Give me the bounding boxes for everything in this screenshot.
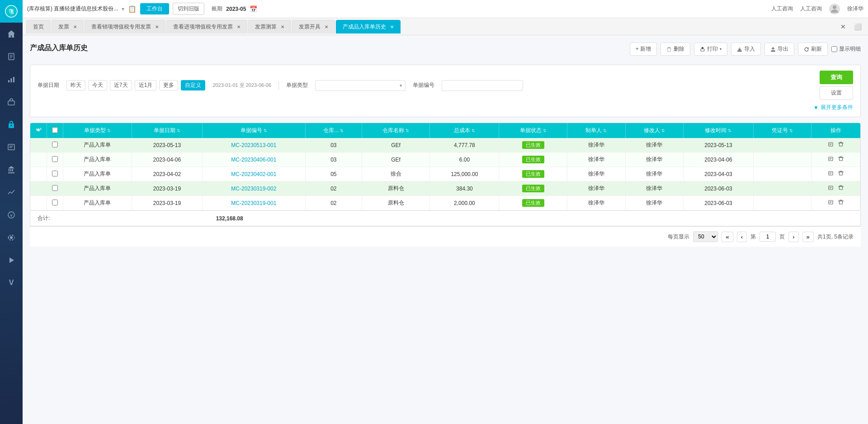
sidebar-item-assets[interactable] <box>0 91 23 113</box>
consult-text[interactable]: 人工咨询 <box>800 5 822 13</box>
setting-button[interactable]: 设置 <box>820 86 853 100</box>
action-edit-4[interactable] <box>828 199 834 207</box>
doc-icon[interactable]: 📋 <box>128 5 137 13</box>
user-label[interactable]: 徐泽华 <box>847 5 863 13</box>
btn-today[interactable]: 今天 <box>88 80 107 91</box>
per-page-select[interactable]: 50 100 <box>693 231 718 242</box>
tab-purchase-vat-close[interactable]: ✕ <box>237 24 241 29</box>
th-creator[interactable]: 制单人⇅ <box>567 123 625 138</box>
action-delete-4[interactable] <box>838 199 844 207</box>
sidebar-item-bank[interactable] <box>0 158 23 181</box>
back-button[interactable]: 切到旧版 <box>173 3 204 15</box>
action-edit-3[interactable] <box>828 185 834 192</box>
page-first-btn[interactable]: « <box>722 232 733 242</box>
sidebar-item-report[interactable] <box>0 181 23 204</box>
cell-number-4[interactable]: MC-20230319-001 <box>202 196 305 210</box>
delete-button[interactable]: 删除 <box>660 43 690 56</box>
select-all-checkbox[interactable] <box>52 127 58 133</box>
tab-invoice[interactable]: 发票 ✕ <box>52 20 84 33</box>
btn-custom[interactable]: 自定义 <box>181 80 205 91</box>
number-input[interactable] <box>442 80 523 91</box>
th-voucher[interactable]: 凭证号⇅ <box>754 123 811 138</box>
action-edit-0[interactable] <box>828 141 834 149</box>
btn-more[interactable]: 更多 <box>159 80 178 91</box>
page-last-btn[interactable]: » <box>802 232 814 242</box>
btn-yesterday[interactable]: 昨天 <box>66 80 85 91</box>
print-dropdown[interactable]: ▾ <box>720 47 722 51</box>
th-cost[interactable]: 总成本⇅ <box>430 123 499 138</box>
th-modify-time[interactable]: 修改时间⇅ <box>683 123 753 138</box>
workbench-button[interactable]: 工作台 <box>140 3 169 14</box>
action-delete-2[interactable] <box>838 170 844 178</box>
tab-home[interactable]: 首页 <box>26 20 51 33</box>
cell-checkbox-0[interactable] <box>47 138 63 152</box>
tab-sales-vat-close[interactable]: ✕ <box>155 24 159 29</box>
tab-history[interactable]: 产成品入库单历史 ✕ <box>336 20 401 33</box>
action-edit-1[interactable] <box>828 156 834 163</box>
cell-number-1[interactable]: MC-20230406-001 <box>202 152 305 167</box>
cell-creator-0: 徐泽华 <box>567 138 625 152</box>
sidebar-item-settings[interactable] <box>0 226 23 249</box>
show-detail-checkbox[interactable] <box>831 46 837 52</box>
tab-invoice-close[interactable]: ✕ <box>73 24 77 29</box>
page-input[interactable] <box>760 232 776 242</box>
sidebar-item-docs[interactable] <box>0 45 23 68</box>
sidebar-item-invoice[interactable] <box>0 136 23 158</box>
cell-voucher-2 <box>754 167 811 181</box>
tab-calc-close[interactable]: ✕ <box>281 24 284 29</box>
expand-filter-btn[interactable]: ▼ 展开更多条件 <box>813 104 853 111</box>
cell-cost-1: 6.00 <box>430 152 499 167</box>
sidebar-item-video[interactable] <box>0 249 23 272</box>
tab-purchase-vat[interactable]: 查看进项增值税专用发票 ✕ <box>166 20 247 33</box>
th-settings[interactable] <box>30 123 47 138</box>
tab-open-close[interactable]: ✕ <box>325 24 328 29</box>
action-delete-0[interactable] <box>838 141 844 149</box>
dropdown-icon[interactable]: ▾ <box>122 6 124 12</box>
cell-checkbox-2[interactable] <box>47 167 63 181</box>
th-checkbox[interactable] <box>47 123 63 138</box>
sidebar-item-lock[interactable] <box>0 113 23 136</box>
action-delete-3[interactable] <box>838 185 844 192</box>
page-prev-btn[interactable]: ‹ <box>737 232 747 242</box>
sidebar-item-home[interactable] <box>0 23 23 45</box>
cell-number-3[interactable]: MC-20230319-002 <box>202 181 305 196</box>
query-button[interactable]: 查询 <box>820 71 853 84</box>
sidebar-item-chart[interactable] <box>0 68 23 91</box>
cell-number-0[interactable]: MC-20230513-001 <box>202 138 305 152</box>
import-button[interactable]: 导入 <box>731 43 761 56</box>
th-modifier[interactable]: 修改人⇅ <box>625 123 683 138</box>
tab-sales-vat[interactable]: 查看销项增值税专用发票 ✕ <box>85 20 165 33</box>
tab-close-all[interactable]: ✕ <box>838 22 849 31</box>
tab-open[interactable]: 发票开具 ✕ <box>292 20 335 33</box>
filter-row-2: ▼ 展开更多条件 <box>38 104 853 111</box>
cell-checkbox-4[interactable] <box>47 196 63 210</box>
consult-label[interactable]: 人工咨询 <box>771 5 793 13</box>
th-status[interactable]: 单据状态⇅ <box>499 123 567 138</box>
th-number[interactable]: 单据编号⇅ <box>202 123 305 138</box>
new-button[interactable]: + 新增 <box>630 43 657 56</box>
cell-status-2: 已生效 <box>499 167 567 181</box>
th-type[interactable]: 单据类型⇅ <box>63 123 132 138</box>
cell-checkbox-3[interactable] <box>47 181 63 196</box>
sidebar-item-tax[interactable]: ¥ <box>0 204 23 226</box>
th-wh-code[interactable]: 仓库...⇅ <box>306 123 362 138</box>
cell-checkbox-1[interactable] <box>47 152 63 167</box>
action-edit-2[interactable] <box>828 170 834 178</box>
calendar-icon[interactable]: 📅 <box>250 5 257 13</box>
btn-1month[interactable]: 近1月 <box>135 80 157 91</box>
print-button[interactable]: 打印 ▾ <box>694 43 727 56</box>
type-select[interactable]: 产品入库单 <box>315 80 406 91</box>
tab-calc[interactable]: 发票测算 ✕ <box>248 20 291 33</box>
sidebar-logo[interactable]: 飞 <box>0 0 23 23</box>
action-delete-1[interactable] <box>838 156 844 163</box>
export-button[interactable]: 导出 <box>764 43 794 56</box>
tab-history-close[interactable]: ✕ <box>390 24 394 29</box>
cell-number-2[interactable]: MC-20230402-001 <box>202 167 305 181</box>
refresh-button[interactable]: 刷新 <box>798 43 828 56</box>
btn-7days[interactable]: 近7天 <box>110 80 132 91</box>
th-wh-name[interactable]: 仓库名称⇅ <box>362 123 430 138</box>
page-next-btn[interactable]: › <box>788 232 798 242</box>
tab-restore[interactable]: ⬜ <box>851 22 864 31</box>
sidebar-item-v[interactable]: V <box>0 272 23 294</box>
th-date[interactable]: 单据日期⇅ <box>132 123 202 138</box>
